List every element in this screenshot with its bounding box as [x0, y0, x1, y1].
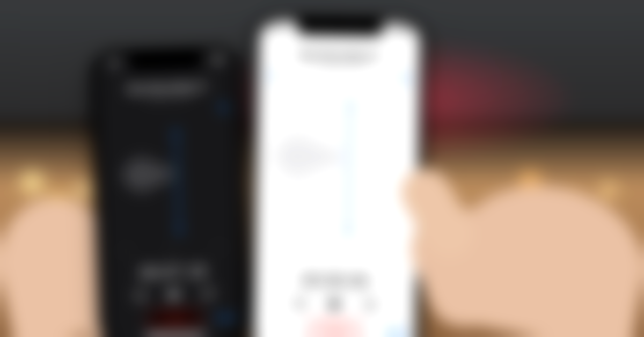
- iphone-light: 12:57 New Recording 17 12:56 AM 00:07: [248, 14, 426, 337]
- svg-line-43: [283, 136, 284, 175]
- skip-back-button[interactable]: 15: [292, 296, 308, 311]
- svg-line-21: [160, 162, 161, 186]
- svg-line-19: [156, 160, 157, 188]
- svg-text:15: 15: [206, 292, 210, 296]
- svg-rect-33: [384, 28, 385, 32]
- svg-line-47: [294, 131, 295, 182]
- resume-button[interactable]: RESUME: [307, 320, 362, 337]
- status-bar: 12:57: [96, 55, 236, 67]
- svg-line-51: [305, 133, 306, 180]
- svg-line-26: [171, 170, 171, 178]
- svg-line-63: [338, 148, 338, 166]
- status-bar: 12:57: [259, 23, 420, 33]
- svg-text:15: 15: [298, 302, 303, 306]
- svg-rect-38: [268, 72, 276, 80]
- svg-rect-37: [409, 28, 410, 31]
- voice-memos-app: New Recording 17 12:56 AM 00:07: [254, 20, 421, 337]
- iphone-dark: 12:57 New Recording 17 12:56 AM 00:07: [90, 46, 251, 337]
- signal-icon: [380, 26, 388, 32]
- svg-line-10: [136, 161, 137, 189]
- svg-rect-2: [224, 57, 225, 60]
- wifi-icon: [390, 27, 398, 32]
- play-button[interactable]: [326, 295, 345, 314]
- battery-icon: [400, 27, 411, 32]
- svg-line-25: [169, 166, 169, 182]
- svg-line-50: [302, 137, 303, 176]
- svg-rect-34: [385, 27, 386, 32]
- notch: [296, 21, 383, 36]
- svg-line-14: [145, 159, 146, 190]
- svg-line-44: [286, 142, 287, 171]
- recording-subtitle: 12:56 AM 00:07: [318, 62, 361, 69]
- skip-forward-button[interactable]: 15: [362, 297, 377, 312]
- resume-button[interactable]: RESUME: [147, 309, 202, 329]
- svg-text:15: 15: [138, 294, 142, 298]
- timecode: 00:07.16: [140, 262, 207, 282]
- waveform: [99, 144, 240, 204]
- svg-rect-0: [215, 56, 224, 61]
- recording-subtitle: 12:56 AM 00:07: [145, 94, 189, 102]
- trim-icon[interactable]: [400, 73, 411, 86]
- wifi-icon: [206, 56, 213, 62]
- status-time: 12:57: [106, 58, 122, 67]
- svg-rect-1: [216, 57, 223, 60]
- left-hand: [52, 231, 153, 337]
- photo-scene: 12:57 New Recording 17 12:56 AM 00:07: [0, 0, 644, 337]
- time-ruler: 00:0600:0700:08: [103, 244, 242, 254]
- svg-line-45: [289, 133, 290, 180]
- svg-text:15: 15: [368, 303, 372, 307]
- waveform-area[interactable]: 00:0600:0700:08: [98, 119, 243, 262]
- svg-rect-35: [400, 27, 408, 32]
- svg-line-55: [316, 139, 316, 175]
- playback-controls: 15 15: [133, 285, 216, 304]
- svg-line-17: [151, 158, 152, 191]
- notch: [128, 53, 204, 69]
- svg-line-49: [299, 130, 301, 184]
- svg-line-12: [141, 163, 142, 187]
- svg-line-48: [297, 141, 297, 173]
- svg-line-16: [149, 164, 150, 186]
- battery-icon: [215, 56, 226, 62]
- status-icons: [380, 25, 411, 33]
- svg-line-11: [138, 156, 140, 194]
- left-hand: [0, 187, 131, 337]
- svg-line-15: [147, 157, 148, 193]
- svg-line-59: [327, 144, 327, 170]
- svg-line-22: [162, 167, 163, 181]
- done-button[interactable]: Done: [216, 313, 236, 322]
- svg-line-9: [134, 157, 135, 193]
- screen: 12:57 New Recording 17 12:56 AM 00:07: [96, 52, 245, 337]
- screen: 12:57 New Recording 17 12:56 AM 00:07: [254, 20, 421, 337]
- svg-line-54: [313, 144, 314, 170]
- play-button[interactable]: [166, 286, 182, 303]
- svg-rect-36: [401, 28, 407, 31]
- svg-line-7: [130, 160, 131, 191]
- svg-line-24: [166, 169, 167, 180]
- svg-line-41: [279, 147, 279, 165]
- svg-line-58: [324, 148, 325, 166]
- svg-line-53: [310, 135, 311, 178]
- playhead[interactable]: [175, 132, 180, 232]
- svg-rect-31: [380, 30, 382, 32]
- svg-rect-32: [382, 29, 383, 32]
- timecode: 00:06.90: [302, 271, 369, 290]
- recording-title: New Recording 17: [127, 82, 207, 95]
- playhead[interactable]: [347, 104, 350, 232]
- svg-line-52: [308, 142, 308, 171]
- playback-controls: 15 15: [292, 295, 378, 314]
- home-indicator[interactable]: [146, 332, 205, 336]
- skip-back-button[interactable]: 15: [133, 288, 148, 304]
- waveform: [257, 120, 419, 195]
- trim-icon[interactable]: [218, 102, 229, 115]
- recording-title: New Recording 17: [299, 50, 379, 62]
- waveform-area[interactable]: 00:0600:0700:08: [255, 87, 419, 269]
- share-button[interactable]: [267, 71, 277, 84]
- svg-line-61: [332, 146, 333, 168]
- status-time: 12:57: [269, 24, 286, 32]
- voice-memos-app: New Recording 17 12:56 AM 00:07: [96, 52, 245, 337]
- done-button[interactable]: Done: [386, 327, 405, 336]
- svg-line-20: [158, 166, 158, 182]
- status-icons: [206, 55, 226, 63]
- skip-forward-button[interactable]: 15: [200, 285, 216, 301]
- svg-line-18: [153, 165, 154, 184]
